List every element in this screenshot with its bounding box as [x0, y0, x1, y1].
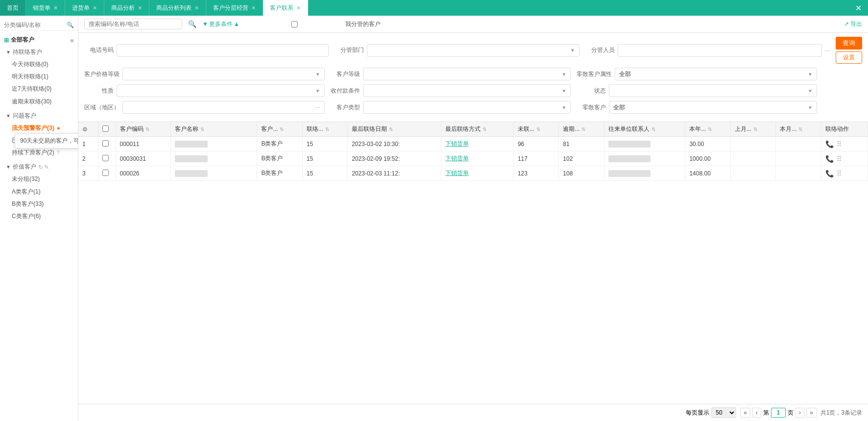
filter-status-label: 状态 — [577, 87, 606, 95]
contact-icon-0[interactable]: 📞 — [825, 140, 834, 148]
per-page-select[interactable]: 50 20 100 — [711, 407, 736, 418]
sidebar-item-class-c[interactable]: C类客户(6) — [0, 210, 78, 223]
row-checkbox-1[interactable] — [102, 155, 109, 161]
filter-price-grade-label: 客户价格等级 — [84, 70, 120, 78]
filter-nature-select[interactable]: ▼ — [117, 84, 325, 97]
sort-icon-contact[interactable]: ⇅ — [325, 126, 329, 132]
table-settings-icon[interactable]: ⚙ — [82, 126, 88, 133]
my-customers-filter[interactable]: 我分管的客户 — [245, 20, 381, 28]
window-close-button[interactable]: ✕ — [848, 0, 868, 16]
tab-goods-analysis[interactable]: 商品分析 ✕ — [104, 0, 149, 16]
more-icon-2[interactable]: ⠿ — [837, 170, 842, 177]
prev-page-button[interactable]: ‹ — [752, 408, 761, 418]
sidebar-item-tomorrow-contact[interactable]: 明天待联络(1) — [0, 71, 78, 83]
td-checkbox-2[interactable] — [98, 166, 116, 181]
tab-goods-list-close[interactable]: ✕ — [194, 5, 199, 11]
page-label: 第 — [763, 409, 769, 417]
row-checkbox-0[interactable] — [102, 140, 109, 147]
contact-icon-2[interactable]: 📞 — [825, 170, 834, 177]
filter-region-select[interactable]: ··· — [122, 101, 325, 114]
filter-customer-type-select[interactable]: ▼ — [363, 101, 571, 114]
sidebar-item-today-contact[interactable]: 今天待联络(0) — [0, 58, 78, 71]
sidebar-search-icon[interactable]: 🔍 — [67, 22, 74, 28]
filter-phone-input[interactable] — [117, 44, 329, 57]
tab-purchase[interactable]: 进货单 ✕ — [65, 0, 104, 16]
sort-icon-method[interactable]: ⇅ — [482, 126, 486, 132]
sidebar-item-churn-warning[interactable]: 流失预警客户(3) ● — [0, 122, 78, 134]
filter-status: 状态 ▼ — [577, 84, 817, 97]
refresh-icon[interactable]: ↻ — [38, 164, 43, 171]
query-button[interactable]: 查询 — [836, 37, 862, 50]
sidebar-group-problem-title[interactable]: ▼ 问题客户 — [0, 110, 78, 122]
sort-icon-type[interactable]: ⇅ — [280, 126, 284, 132]
sort-icon-overdue[interactable]: ⇅ — [581, 126, 585, 132]
sidebar-search-input[interactable] — [4, 22, 67, 28]
tab-sales-close[interactable]: ✕ — [53, 5, 58, 11]
sidebar-group-value-title[interactable]: ▼ 价值客户 ↻ ✎ — [0, 161, 78, 173]
filter-manager-select[interactable] — [618, 44, 822, 57]
contact-method-link-1[interactable]: 下销货单 — [445, 155, 469, 162]
filter-customer-grade-select[interactable]: ▼ — [363, 68, 571, 80]
last-page-button[interactable]: » — [806, 408, 817, 418]
sidebar-item-7day-contact[interactable]: 近7天待联络(0) — [0, 83, 78, 95]
contact-icon-1[interactable]: 📞 — [825, 155, 834, 163]
filter-dept-select[interactable]: ▼ — [367, 44, 579, 57]
page-number-input[interactable] — [771, 408, 786, 418]
sort-icon-unit[interactable]: ⇅ — [651, 126, 655, 132]
filter-region-dots[interactable]: ··· — [315, 104, 320, 111]
sidebar-collapse-button[interactable]: « — [70, 36, 74, 44]
sort-icon-uncontacted[interactable]: ⇅ — [536, 126, 540, 132]
select-all-checkbox[interactable] — [102, 125, 109, 132]
td-checkbox-1[interactable] — [98, 151, 116, 166]
sidebar-item-class-b[interactable]: B类客户(33) — [0, 198, 78, 210]
more-conditions-button[interactable]: ▼ 更多条件 ▲ — [202, 20, 240, 28]
sidebar-search-container: 🔍 — [0, 20, 78, 31]
tab-customer-contact-close[interactable]: ✕ — [296, 5, 301, 11]
tab-customer-segment-close[interactable]: ✕ — [251, 5, 256, 11]
my-customers-checkbox[interactable] — [245, 21, 343, 27]
filter-retail-attr-select[interactable]: 全部 ▼ — [615, 68, 817, 80]
row-checkbox-2[interactable] — [102, 170, 109, 176]
first-page-button[interactable]: « — [740, 408, 750, 418]
tab-customer-segment[interactable]: 客户分层经营 ✕ — [206, 0, 263, 16]
td-last-contact-method-2[interactable]: 下销货单 — [441, 166, 513, 181]
more-icon-0[interactable]: ⠿ — [837, 140, 842, 148]
filter-retail-select[interactable]: 全部 ▼ — [609, 101, 817, 114]
filter-price-grade-select[interactable]: ▼ — [122, 68, 325, 80]
sort-icon-date[interactable]: ⇅ — [389, 126, 393, 132]
search-icon[interactable]: 🔍 — [188, 20, 196, 28]
export-button[interactable]: ↗ 导出 — [844, 20, 862, 28]
edit-icon[interactable]: ✎ — [44, 164, 49, 171]
sort-icon-code[interactable]: ⇅ — [145, 126, 149, 132]
tab-purchase-close[interactable]: ✕ — [93, 5, 97, 11]
sort-icon-name[interactable]: ⇅ — [200, 126, 204, 132]
td-last-contact-method-0[interactable]: 下销货单 — [441, 137, 513, 151]
sidebar-all-customers[interactable]: ⊞ 全部客户 « — [0, 34, 78, 46]
tab-customer-contact[interactable]: 客户联系 ✕ — [263, 0, 308, 16]
table-row: 1 000011 B类客户 15 2023-03-02 10:30: 下销货单 … — [78, 137, 868, 151]
th-unit-contact-label: 往来单位联系人 — [608, 125, 650, 133]
more-icon-1[interactable]: ⠿ — [837, 155, 842, 163]
filter-payment-select[interactable]: ▼ — [363, 84, 571, 97]
sidebar-item-class-a[interactable]: A类客户(1) — [0, 186, 78, 198]
sidebar-group-pending-title[interactable]: ▼ 待联络客户 — [0, 46, 78, 58]
tab-goods-analysis-close[interactable]: ✕ — [138, 5, 142, 11]
tab-goods-list[interactable]: 商品分析列表 ✕ — [149, 0, 206, 16]
sort-icon-thismonth[interactable]: ⇅ — [798, 126, 802, 132]
td-checkbox-0[interactable] — [98, 137, 116, 151]
sidebar-item-overdue-contact[interactable]: 逾期未联络(30) — [0, 96, 78, 108]
tab-home[interactable]: 首页 — [0, 0, 26, 16]
sort-icon-year[interactable]: ⇅ — [708, 126, 712, 132]
next-page-button[interactable]: › — [796, 408, 804, 418]
filter-status-select[interactable]: ▼ — [609, 84, 817, 97]
sidebar-item-ungroup[interactable]: 未分组(32) — [0, 173, 78, 185]
th-last-month-label: 上月... — [735, 125, 751, 133]
td-last-contact-method-1[interactable]: 下销货单 — [441, 151, 513, 166]
tab-sales[interactable]: 销货单 ✕ — [26, 0, 65, 16]
setting-button[interactable]: 设置 — [836, 51, 862, 64]
sort-icon-lastmonth[interactable]: ⇅ — [753, 126, 757, 132]
search-input[interactable] — [84, 19, 182, 29]
contact-method-link-2[interactable]: 下销货单 — [445, 170, 469, 176]
contact-method-link-0[interactable]: 下销货单 — [445, 140, 469, 147]
filter-manager-dots[interactable]: ··· — [825, 47, 830, 54]
